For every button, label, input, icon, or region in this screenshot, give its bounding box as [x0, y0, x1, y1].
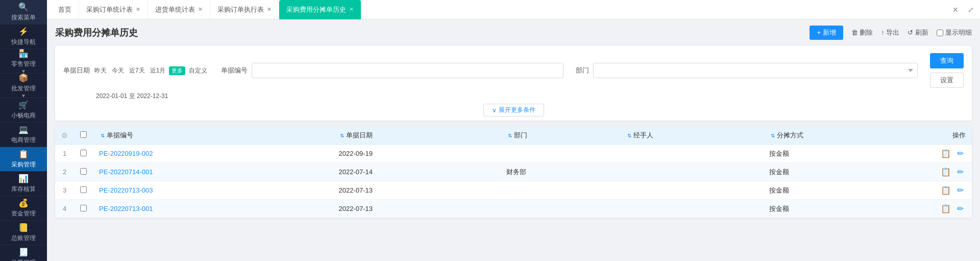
edit-button[interactable]: ✏: [955, 204, 966, 213]
show-columns-toggle[interactable]: 显示明细: [937, 28, 972, 37]
row-docnum: PE-20220714-001: [93, 163, 332, 181]
filter-row-1: 单据日期 昨天 今天 近7天 近1月 更多 自定义 单据编号: [63, 53, 964, 88]
filter-settings-button[interactable]: 设置: [930, 73, 964, 88]
tab-incoming-stats[interactable]: 进货单统计表 ✕: [148, 0, 210, 19]
view-button[interactable]: 📋: [939, 186, 953, 195]
row-date: 2022-09-19: [332, 145, 500, 163]
sidebar-item-label: 小畅电商: [11, 111, 36, 120]
row-settings: 1: [55, 145, 74, 163]
tab-close-icon[interactable]: ✕: [267, 6, 272, 13]
data-table: ⚙ ⇅ 单据编号 ⇅ 单据日期: [55, 127, 972, 218]
sidebar-item-purchase[interactable]: 📋 采购管理: [0, 147, 47, 172]
col-dept: ⇅ 部门: [500, 127, 620, 145]
doc-link[interactable]: PE-20220713-003: [99, 186, 153, 194]
view-button[interactable]: 📋: [939, 149, 953, 158]
col-ops: 操作: [931, 127, 972, 145]
filter-dept: 部门: [576, 63, 918, 78]
wholesale-icon: 📦: [18, 73, 29, 83]
row-checkbox[interactable]: [80, 186, 87, 193]
shortcut-7days[interactable]: 近7天: [128, 66, 146, 76]
row-checkbox-cell: [74, 145, 93, 163]
date-range-text: 2022-01-01 至 2022-12-31: [96, 92, 168, 100]
tab-cost-split-history[interactable]: 采购费用分摊单历史 ✕: [279, 0, 361, 19]
expand-btn-label: 展开更多条件: [499, 106, 535, 114]
tab-bar: 首页 采购订单统计表 ✕ 进货单统计表 ✕ 采购订单执行表 ✕ 采购费用分摊单历…: [47, 0, 980, 19]
view-button[interactable]: 📋: [939, 168, 953, 176]
expand-more-button[interactable]: ∨ 展开更多条件: [483, 104, 544, 116]
edit-button[interactable]: ✏: [955, 186, 966, 195]
data-table-wrapper: ⚙ ⇅ 单据编号 ⇅ 单据日期: [55, 127, 972, 218]
refresh-button[interactable]: ↺ 刷新: [908, 28, 928, 37]
sidebar-item-label: 电商管理: [11, 136, 36, 145]
close-window-btn[interactable]: ✕: [950, 5, 961, 15]
row-method: 按金额: [763, 145, 931, 163]
shortcut-custom[interactable]: 自定义: [187, 66, 209, 76]
show-columns-checkbox[interactable]: [937, 30, 943, 36]
tab-close-icon[interactable]: ✕: [349, 6, 354, 13]
edit-button[interactable]: ✏: [955, 149, 966, 158]
sidebar-item-search[interactable]: 🔍 搜索菜单: [0, 0, 47, 25]
view-button[interactable]: 📋: [939, 204, 953, 213]
sidebar-item-label: 库存核算: [11, 185, 36, 194]
shortcut-today[interactable]: 今天: [110, 66, 126, 76]
row-checkbox[interactable]: [80, 205, 87, 211]
delete-button[interactable]: 🗑 删除: [851, 28, 873, 37]
doc-link[interactable]: PE-20220714-001: [99, 168, 153, 176]
sidebar-item-label: 总账管理: [11, 234, 36, 243]
export-button[interactable]: ↑ 导出: [881, 28, 899, 37]
row-dept: [500, 145, 620, 163]
doc-link[interactable]: PE-20220713-001: [99, 205, 153, 212]
inventory-icon: 📊: [18, 174, 29, 183]
tab-close-icon[interactable]: ✕: [136, 6, 140, 13]
sidebar-item-retail[interactable]: 🏪 零售管理 ▼: [0, 49, 47, 74]
row-settings: 3: [55, 181, 74, 200]
edit-button[interactable]: ✏: [955, 168, 966, 176]
col-method: ⇅ 分摊方式: [763, 127, 931, 145]
row-dept: 财务部: [500, 163, 620, 181]
expand-window-btn[interactable]: ⤢: [966, 5, 976, 15]
ecommerce-icon: 💻: [18, 125, 29, 134]
sidebar-item-ecommerce-small[interactable]: 🛒 小畅电商: [0, 98, 47, 123]
add-button[interactable]: + 新增: [810, 26, 843, 40]
nav-icon: ⚡: [18, 27, 29, 36]
query-button[interactable]: 查询: [930, 53, 964, 68]
shortcut-yesterday[interactable]: 昨天: [93, 66, 108, 76]
row-docnum: PE-20220713-001: [93, 200, 332, 218]
row-date: 2022-07-14: [332, 163, 500, 181]
filter-panel: 单据日期 昨天 今天 近7天 近1月 更多 自定义 单据编号: [55, 46, 972, 121]
row-checkbox[interactable]: [80, 168, 87, 175]
doc-link[interactable]: PE-20220919-002: [99, 150, 153, 157]
select-all-checkbox[interactable]: [80, 131, 87, 138]
sidebar-item-finance[interactable]: 💰 资金管理: [0, 196, 47, 221]
dept-select[interactable]: [593, 63, 918, 78]
shortcut-1month[interactable]: 近1月: [149, 66, 167, 76]
sidebar-item-quicknav[interactable]: ⚡ 快捷导航: [0, 25, 47, 49]
col-sort-icon: ⇅: [101, 133, 105, 138]
row-handler: [620, 200, 763, 218]
sidebar-item-wholesale[interactable]: 📦 批发管理 ▼: [0, 74, 47, 98]
row-checkbox[interactable]: [80, 150, 87, 156]
row-method: 按金额: [763, 181, 931, 200]
row-handler: [620, 145, 763, 163]
sidebar-item-ledger[interactable]: 📒 总账管理: [0, 221, 47, 245]
row-checkbox-cell: [74, 181, 93, 200]
table-row: 4 PE-20220713-001 2022-07-13 按金额 📋 ✏: [55, 200, 972, 218]
tab-label: 首页: [58, 5, 71, 14]
ledger-icon: 📒: [18, 223, 29, 232]
shortcut-more[interactable]: 更多: [169, 66, 185, 75]
col-sort-icon: ⇅: [627, 133, 631, 138]
sidebar-item-inventory[interactable]: 📊 库存核算: [0, 172, 47, 196]
tab-close-icon[interactable]: ✕: [198, 6, 203, 13]
expand-more-row: ∨ 展开更多条件: [63, 104, 964, 116]
tab-purchase-order-exec[interactable]: 采购订单执行表 ✕: [210, 0, 279, 19]
purchase-icon: 📋: [18, 149, 29, 159]
retail-icon: 🏪: [18, 49, 29, 58]
tab-purchase-order-stats[interactable]: 采购订单统计表 ✕: [79, 0, 148, 19]
sidebar-item-ecommerce[interactable]: 💻 电商管理: [0, 123, 47, 147]
gear-icon[interactable]: ⚙: [61, 131, 68, 139]
sidebar-item-invoice[interactable]: 🧾 发票管理: [0, 245, 47, 261]
tab-home[interactable]: 首页: [51, 0, 79, 19]
docnum-input[interactable]: [252, 63, 563, 78]
table-row: 2 PE-20220714-001 2022-07-14 财务部 按金额 📋 ✏: [55, 163, 972, 181]
row-docnum: PE-20220919-002: [93, 145, 332, 163]
